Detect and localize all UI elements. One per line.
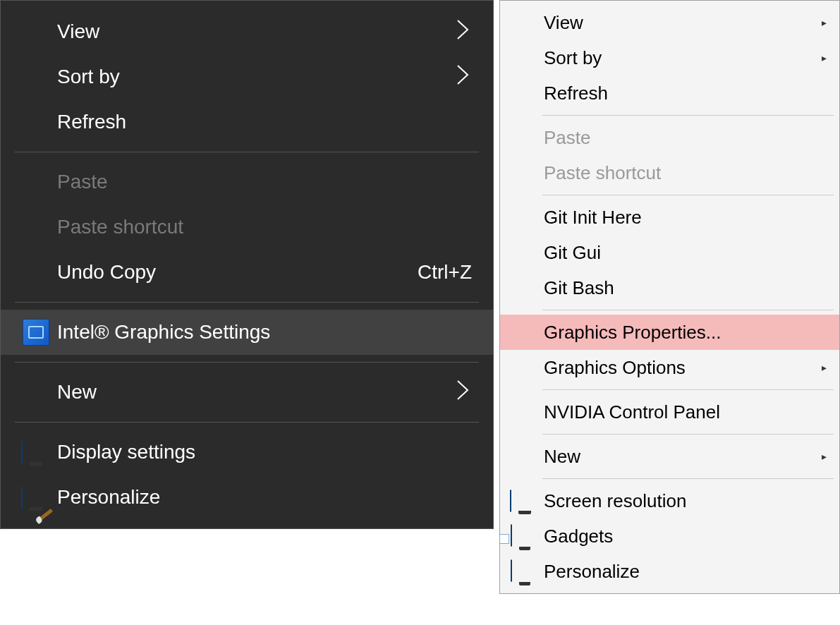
menu-label: Git Gui (544, 242, 829, 264)
menu-item-git-bash[interactable]: Git Bash (500, 270, 839, 305)
menu-item-refresh[interactable]: Refresh (1, 99, 493, 145)
menu-separator (542, 310, 834, 310)
personalize-icon (15, 487, 57, 508)
menu-label: Screen resolution (544, 490, 829, 512)
menu-label: Paste shortcut (544, 162, 829, 184)
menu-label: Gadgets (544, 526, 829, 547)
screen-resolution-icon (506, 490, 544, 511)
submenu-arrow-icon: ▸ (822, 52, 827, 63)
chevron-right-icon (456, 19, 469, 45)
menu-item-sort-by[interactable]: Sort by ▸ (500, 40, 839, 75)
menu-separator (542, 434, 834, 435)
menu-label: Display settings (57, 441, 479, 463)
menu-separator (15, 422, 479, 423)
desktop-context-menu-dark: View Sort by Refresh Paste Paste shortcu… (0, 0, 494, 529)
menu-label: New (544, 446, 822, 468)
menu-item-nvidia-control-panel[interactable]: NVIDIA Control Panel (500, 394, 839, 430)
menu-item-view[interactable]: View ▸ (500, 5, 839, 40)
menu-item-intel-graphics[interactable]: Intel® Graphics Settings (1, 310, 493, 355)
menu-item-undo-copy[interactable]: Undo Copy Ctrl+Z (1, 250, 493, 295)
menu-item-paste: Paste (1, 159, 493, 205)
menu-item-paste-shortcut: Paste shortcut (1, 205, 493, 250)
menu-item-new[interactable]: New (1, 370, 493, 415)
menu-item-view[interactable]: View (1, 9, 493, 54)
menu-label: Paste shortcut (57, 216, 479, 238)
menu-item-refresh[interactable]: Refresh (500, 75, 839, 111)
menu-separator (542, 478, 834, 479)
menu-item-paste: Paste (500, 120, 839, 155)
chevron-right-icon (456, 380, 469, 406)
menu-item-git-init[interactable]: Git Init Here (500, 200, 839, 235)
menu-label: View (57, 20, 456, 43)
intel-graphics-icon (15, 319, 57, 346)
menu-separator (542, 389, 834, 390)
menu-item-sort-by[interactable]: Sort by (1, 54, 493, 99)
submenu-arrow-icon: ▸ (822, 451, 827, 462)
menu-item-personalize[interactable]: Personalize (500, 554, 839, 589)
menu-label: Refresh (544, 83, 829, 104)
menu-item-gadgets[interactable]: Gadgets (500, 518, 839, 554)
menu-label: NVIDIA Control Panel (544, 401, 829, 423)
menu-label: Graphics Options (544, 357, 822, 379)
menu-item-graphics-properties[interactable]: Graphics Properties... (500, 315, 839, 350)
menu-label: Personalize (57, 486, 479, 509)
submenu-arrow-icon: ▸ (822, 362, 827, 373)
menu-item-paste-shortcut: Paste shortcut (500, 155, 839, 190)
menu-separator (15, 362, 479, 363)
menu-separator (542, 115, 834, 116)
personalize-icon (506, 560, 544, 583)
chevron-right-icon (456, 64, 469, 90)
menu-label: Git Init Here (544, 207, 829, 229)
menu-label: Sort by (544, 47, 822, 69)
menu-item-git-gui[interactable]: Git Gui (500, 235, 839, 270)
menu-separator (15, 152, 479, 152)
menu-label: Intel® Graphics Settings (57, 321, 479, 344)
menu-item-screen-resolution[interactable]: Screen resolution (500, 483, 839, 518)
submenu-arrow-icon: ▸ (822, 17, 827, 28)
desktop-context-menu-light: View ▸ Sort by ▸ Refresh Paste Paste sho… (499, 0, 840, 594)
display-settings-icon (15, 442, 57, 463)
menu-label: Graphics Properties... (544, 322, 829, 344)
menu-label: Refresh (57, 111, 479, 133)
menu-separator (15, 302, 479, 303)
menu-item-display-settings[interactable]: Display settings (1, 430, 493, 475)
gadgets-icon (506, 525, 544, 547)
menu-label: New (57, 381, 456, 403)
menu-label: View (544, 12, 822, 34)
menu-label: Git Bash (544, 277, 829, 299)
menu-label: Paste (544, 127, 829, 149)
menu-item-new[interactable]: New ▸ (500, 439, 839, 474)
menu-item-graphics-options[interactable]: Graphics Options ▸ (500, 350, 839, 385)
menu-label: Paste (57, 171, 479, 193)
menu-label: Sort by (57, 66, 456, 88)
menu-item-personalize[interactable]: Personalize (1, 475, 493, 520)
keyboard-shortcut: Ctrl+Z (418, 261, 472, 284)
menu-label: Personalize (544, 561, 829, 583)
menu-label: Undo Copy (57, 261, 418, 284)
menu-separator (542, 195, 834, 195)
